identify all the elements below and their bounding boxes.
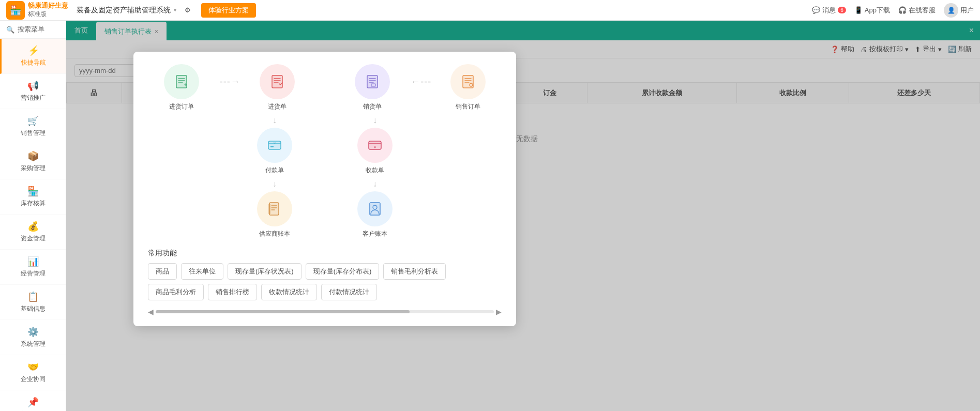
flow-node-sales-bill[interactable]: 销货单 bbox=[339, 64, 406, 111]
spacer-arrow bbox=[215, 113, 241, 128]
flow-node-supplier-ledger[interactable]: 供应商账本 bbox=[241, 191, 308, 238]
customer-ledger-icon bbox=[357, 191, 393, 226]
flow-node-payment[interactable]: ¥ 付款单 bbox=[241, 128, 308, 175]
spacer-r3-arrow bbox=[215, 177, 241, 191]
sidebar-item-label-purchase: 采购管理 bbox=[21, 164, 46, 173]
spacer-r3-mid bbox=[308, 177, 341, 191]
app-download-label: App下载 bbox=[865, 6, 890, 15]
main-area: 🔍 搜索菜单 ⚡ 快捷导航 📢 营销推广 🛒 销售管理 📦 采购管理 🏪 bbox=[0, 21, 980, 411]
sidebar-item-newbie[interactable]: 📌 新手引导 bbox=[0, 390, 66, 411]
flow-node-purchase-bill[interactable]: 进货单 bbox=[244, 64, 311, 111]
quick-nav-icon: ⚡ bbox=[28, 45, 39, 56]
sidebar-item-enterprise[interactable]: 🤝 企业协同 bbox=[0, 355, 66, 390]
spacer-r3-col0 bbox=[148, 177, 215, 191]
spacer-r3-col3 bbox=[434, 177, 502, 191]
svg-rect-4 bbox=[367, 75, 378, 88]
finance-icon: 💰 bbox=[27, 221, 39, 232]
func-btn-product-profit[interactable]: 商品毛利分析 bbox=[148, 284, 204, 300]
enterprise-icon: 🤝 bbox=[27, 361, 39, 373]
flow-row-3: 供应商账本 bbox=[148, 191, 502, 238]
sidebar-item-system[interactable]: ⚙️ 系统管理 bbox=[0, 320, 66, 355]
sidebar-item-label-enterprise: 企业协同 bbox=[21, 375, 46, 384]
sidebar-item-marketing[interactable]: 📢 营销推广 bbox=[0, 74, 66, 109]
logo-area: 🏪 畅康通好生意 标准版 bbox=[6, 1, 68, 20]
sales-icon: 🛒 bbox=[27, 115, 39, 127]
system-title-text: 装备及固定资产辅助管理系统 bbox=[77, 6, 171, 15]
logo-icon: 🏪 bbox=[6, 1, 25, 20]
user-area[interactable]: 👤 用户 bbox=[944, 3, 974, 18]
supplier-ledger-icon bbox=[257, 191, 292, 226]
flow-node-sales-order[interactable]: 销售订单 bbox=[434, 64, 502, 111]
spacer-mid2 bbox=[308, 113, 341, 128]
sidebar-item-label-sales: 销售管理 bbox=[21, 129, 46, 138]
sidebar-item-operations[interactable]: 📊 经营管理 bbox=[0, 250, 66, 285]
common-funcs-title: 常用功能 bbox=[148, 249, 502, 258]
inventory-icon: 🏪 bbox=[27, 186, 39, 197]
payment-label: 付款单 bbox=[265, 166, 284, 175]
arrow-down-sales-bill: ↓ bbox=[341, 113, 409, 128]
modal-overlay[interactable]: 进货订单 - - - → bbox=[66, 21, 980, 411]
sidebar-item-finance[interactable]: 💰 资金管理 bbox=[0, 215, 66, 250]
message-btn[interactable]: 💬 消息 6 bbox=[812, 6, 846, 15]
sidebar-item-label-inventory: 库存核算 bbox=[21, 199, 46, 208]
sidebar-item-sales[interactable]: 🛒 销售管理 bbox=[0, 109, 66, 144]
top-right: 💬 消息 6 📱 App下载 🎧 在线客服 👤 用户 bbox=[812, 3, 974, 18]
arrow-down-purchase-bill: ↓ bbox=[241, 113, 308, 128]
search-menu-label: 搜索菜单 bbox=[18, 25, 44, 34]
arrow-down-receipt: ↓ bbox=[341, 177, 409, 191]
sidebar-item-basic-info[interactable]: 📋 基础信息 bbox=[0, 285, 66, 320]
flow-node-receipt[interactable]: ¥ 收款单 bbox=[341, 128, 409, 175]
purchase-bill-label: 进货单 bbox=[268, 102, 287, 111]
purchase-icon: 📦 bbox=[27, 150, 39, 162]
func-btn-sales-profit[interactable]: 销售毛利分析表 bbox=[383, 263, 446, 280]
experience-btn[interactable]: 体验行业方案 bbox=[201, 3, 256, 18]
online-service-btn[interactable]: 🎧 在线客服 bbox=[898, 6, 936, 15]
func-btn-product[interactable]: 商品 bbox=[148, 263, 177, 280]
logo-text: 畅康通好生意 标准版 bbox=[28, 2, 68, 18]
scroll-track[interactable] bbox=[156, 310, 494, 313]
flow-node-customer-ledger[interactable]: 客户账本 bbox=[341, 191, 409, 238]
supplier-ledger-label: 供应商账本 bbox=[259, 230, 290, 238]
func-btn-stock-dist[interactable]: 现存量(库存分布表) bbox=[306, 263, 380, 280]
modal-box: 进货订单 - - - → bbox=[133, 52, 516, 326]
search-icon: 🔍 bbox=[6, 26, 14, 34]
func-btn-sales-rank[interactable]: 销售排行榜 bbox=[208, 284, 257, 300]
flow-row-1: 进货订单 - - - → bbox=[148, 64, 502, 111]
message-badge: 6 bbox=[838, 7, 846, 13]
user-name: 用户 bbox=[960, 6, 974, 15]
app-icon: 📱 bbox=[854, 6, 863, 14]
scroll-thumb bbox=[156, 310, 410, 313]
spacer-col0 bbox=[148, 113, 215, 128]
settings-icon-btn[interactable]: ⚙ bbox=[180, 3, 195, 18]
sidebar-item-purchase[interactable]: 📦 采购管理 bbox=[0, 144, 66, 179]
svg-rect-20 bbox=[370, 203, 380, 215]
func-btn-stock-status[interactable]: 现存量(库存状况表) bbox=[228, 263, 301, 280]
scroll-left-icon[interactable]: ◀ bbox=[148, 308, 154, 316]
scroll-right-icon[interactable]: ▶ bbox=[496, 308, 502, 316]
svg-rect-0 bbox=[176, 75, 187, 88]
sidebar-item-quick-nav[interactable]: ⚡ 快捷导航 bbox=[0, 39, 66, 74]
system-title: 装备及固定资产辅助管理系统 ▾ bbox=[77, 6, 176, 15]
flow-arrow-purchase-to-bill: - - - → bbox=[215, 77, 244, 99]
sidebar-item-label-quick-nav: 快捷导航 bbox=[21, 58, 46, 67]
common-funcs: 常用功能 商品 往来单位 现存量(库存状况表) 现存量(库存分布表) 销售毛利分… bbox=[148, 249, 502, 300]
dropdown-icon[interactable]: ▾ bbox=[174, 7, 176, 13]
arrow-down-row-1: ↓ ↓ bbox=[148, 113, 502, 128]
flow-node-purchase-order[interactable]: 进货订单 bbox=[148, 64, 215, 111]
flow-row-2: ¥ 付款单 bbox=[148, 128, 502, 175]
func-btn-partner[interactable]: 往来单位 bbox=[181, 263, 223, 280]
func-btn-receipt-stats[interactable]: 收款情况统计 bbox=[261, 284, 317, 300]
top-bar: 🏪 畅康通好生意 标准版 装备及固定资产辅助管理系统 ▾ ⚙ 体验行业方案 💬 … bbox=[0, 0, 980, 21]
sidebar-item-inventory[interactable]: 🏪 库存核算 bbox=[0, 179, 66, 215]
basic-info-icon: 📋 bbox=[27, 291, 39, 302]
sidebar-item-label-marketing: 营销推广 bbox=[21, 94, 46, 102]
payment-icon: ¥ bbox=[257, 128, 292, 163]
app-container: 🏪 畅康通好生意 标准版 装备及固定资产辅助管理系统 ▾ ⚙ 体验行业方案 💬 … bbox=[0, 0, 980, 411]
app-download-btn[interactable]: 📱 App下载 bbox=[854, 6, 890, 15]
search-menu[interactable]: 🔍 搜索菜单 bbox=[0, 21, 66, 39]
logo-sub: 标准版 bbox=[28, 10, 68, 19]
svg-rect-17 bbox=[269, 203, 279, 215]
system-icon: ⚙️ bbox=[27, 326, 39, 338]
message-icon: 💬 bbox=[812, 6, 820, 14]
func-btn-payment-stats[interactable]: 付款情况统计 bbox=[321, 284, 377, 300]
